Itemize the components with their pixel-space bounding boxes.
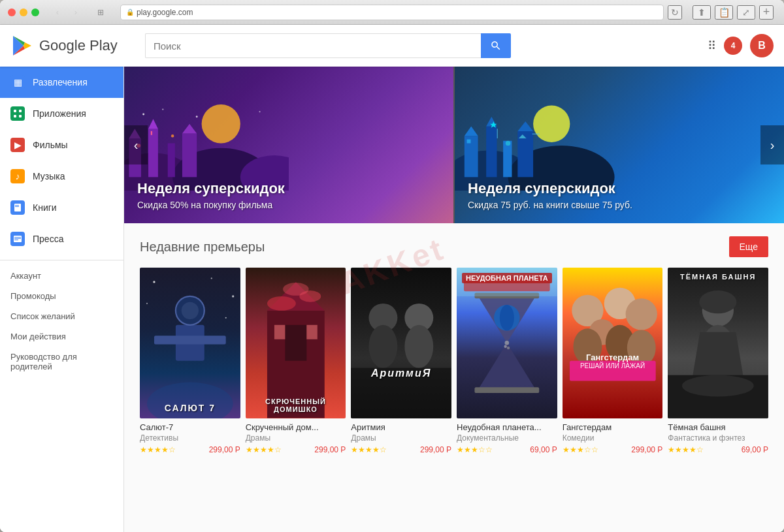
movie-price-4: 69,00 Р	[530, 445, 557, 454]
svg-rect-17	[148, 129, 158, 177]
movie-stars-5: ★★★☆☆	[563, 445, 598, 454]
reload-button[interactable]: ↻	[668, 5, 682, 20]
sidebar-link-parental[interactable]: Руководство для родителей	[0, 347, 123, 377]
minimize-button[interactable]	[20, 8, 27, 16]
search-button[interactable]	[481, 33, 511, 58]
google-play-logo-icon	[10, 34, 34, 57]
svg-marker-21	[182, 124, 197, 134]
banner-content-left: Неделя суперскидок Скидка 50% на покупку…	[137, 180, 440, 210]
movie-card-3[interactable]: АритмиЯ Аритмия Драмы ★★★★☆ 299,00 Р	[351, 268, 451, 454]
movie-card-2[interactable]: СКРЮЧЕННЫЙДОМИШКО Скрученный дом... Драм…	[246, 268, 346, 454]
banner-subtitle-2: Скидка 75 руб. на книги свыше 75 руб.	[468, 200, 771, 210]
movie-genre-6: Фантастика и фэнтез	[668, 433, 768, 443]
svg-rect-43	[497, 129, 497, 138]
sidebar-item-apps[interactable]: Приложения	[0, 98, 123, 129]
sidebar-apps-label: Приложения	[33, 108, 86, 119]
addressbar[interactable]: 🔒 play.google.com	[120, 5, 664, 20]
share-button[interactable]: ⬆	[693, 5, 711, 20]
sidebar-item-movies[interactable]: ▶ Фильмы	[0, 129, 123, 161]
poster-art-1	[140, 268, 240, 418]
svg-rect-32	[465, 136, 478, 177]
svg-point-60	[267, 296, 296, 311]
url-text: play.google.com	[137, 8, 193, 17]
svg-marker-18	[148, 119, 158, 129]
movie-price-2: 299,00 Р	[314, 445, 346, 454]
svg-point-90	[700, 290, 737, 313]
poster-overlay-2: СКРЮЧЕННЫЙДОМИШКО	[251, 398, 341, 413]
google-play-window: Google Play ⠿ 4 В	[0, 25, 784, 532]
sidebar-item-music[interactable]: ♪ Музыка	[0, 161, 123, 192]
movie-footer-5: ★★★☆☆ 299,00 Р	[563, 445, 663, 454]
sidebar-link-wishlist[interactable]: Список желаний	[0, 306, 123, 326]
movie-title-4: Неудобная планета...	[457, 422, 557, 432]
movie-footer-6: ★★★★☆ 69,00 Р	[668, 445, 768, 454]
banner-prev-button[interactable]: ‹	[124, 125, 148, 164]
notification-badge[interactable]: 4	[724, 37, 742, 55]
maximize-button[interactable]	[31, 8, 39, 16]
svg-point-11	[202, 104, 240, 143]
movies-icon: ▶	[10, 138, 25, 152]
poster-art-3	[351, 268, 451, 418]
movie-stars-2: ★★★★☆	[246, 445, 282, 454]
search-input[interactable]	[145, 33, 481, 58]
new-tab-button[interactable]: +	[759, 5, 774, 20]
svg-rect-9	[14, 238, 21, 239]
movie-card-1[interactable]: САЛЮТ 7 Салют-7 Детективы ★★★★☆ 299,00 Р	[140, 268, 240, 454]
close-button[interactable]	[8, 8, 16, 16]
bookmark-button[interactable]: 📋	[715, 5, 733, 20]
svg-point-51	[232, 295, 234, 297]
apps-grid-icon[interactable]: ⠿	[708, 39, 716, 53]
svg-point-64	[369, 325, 398, 368]
movie-stars-4: ★★★☆☆	[457, 445, 493, 454]
svg-rect-3	[19, 115, 22, 117]
movies-grid: САЛЮТ 7 Салют-7 Детективы ★★★★☆ 299,00 Р	[140, 268, 768, 454]
movie-card-6[interactable]: ТЁМНАЯ БАШНЯ Тёмная башня Фантастика и ф…	[668, 268, 768, 454]
svg-rect-4	[14, 204, 21, 211]
movie-footer-1: ★★★★☆ 299,00 Р	[140, 445, 240, 454]
svg-rect-58	[274, 325, 285, 339]
back-button[interactable]: ‹	[50, 6, 65, 19]
sidebar-link-account[interactable]: Аккаунт	[0, 266, 123, 286]
main-content: ? ⚙ ‹	[124, 67, 784, 532]
svg-point-27	[171, 134, 174, 137]
sidebar-item-press[interactable]: Пресса	[0, 223, 123, 255]
svg-point-62	[283, 283, 309, 296]
movie-poster-3: АритмиЯ	[351, 268, 451, 418]
section-header: Недавние премьеры Еще	[140, 236, 768, 257]
movie-footer-2: ★★★★☆ 299,00 Р	[246, 445, 346, 454]
movie-poster-5: Гангстердам РЕШАЙ ИЛИ ЛАЖАЙ	[563, 268, 663, 418]
fullscreen-button[interactable]: ⤢	[737, 5, 755, 20]
svg-rect-46	[154, 336, 226, 344]
svg-marker-38	[517, 121, 533, 131]
user-avatar[interactable]: В	[750, 34, 774, 57]
poster-art-6	[668, 268, 768, 418]
apps-icon	[10, 106, 25, 121]
movie-card-4[interactable]: НЕУДОБНАЯ ПЛАНЕТА Неудобная планета... Д…	[457, 268, 557, 454]
books-icon	[10, 200, 25, 215]
svg-rect-71	[474, 387, 539, 393]
more-button[interactable]: Еще	[729, 236, 769, 257]
poster-overlay-3: АритмиЯ	[356, 368, 446, 379]
svg-rect-34	[486, 126, 497, 177]
movie-genre-5: Комедии	[563, 433, 663, 443]
movie-card-5[interactable]: Гангстердам РЕШАЙ ИЛИ ЛАЖАЙ Гангстердам …	[563, 268, 663, 454]
gp-logo: Google Play	[10, 34, 135, 57]
svg-rect-59	[306, 325, 317, 339]
forward-button[interactable]: ›	[68, 6, 84, 19]
banner-subtitle-1: Скидка 50% на покупку фильма	[137, 200, 440, 210]
nav-buttons: ‹ ›	[50, 6, 84, 19]
sidebar-link-activity[interactable]: Мои действия	[0, 326, 123, 347]
svg-rect-36	[503, 141, 512, 178]
sidebar-movies-label: Фильмы	[33, 140, 68, 150]
sidebar-item-entertainment[interactable]: ▦ Развлечения	[0, 67, 123, 98]
poster-art-5	[563, 268, 663, 418]
svg-point-22	[142, 113, 144, 115]
movie-title-5: Гангстердам	[563, 422, 663, 432]
sidebar-link-promo[interactable]: Промокоды	[0, 286, 123, 306]
titlebar: ‹ › ⊞ 🔒 play.google.com ↻ ⬆ 📋 ⤢ +	[0, 0, 784, 25]
banner-next-button[interactable]: ›	[760, 125, 784, 164]
sidebar-item-books[interactable]: Книги	[0, 192, 123, 223]
movies-section: Недавние премьеры Еще	[124, 223, 784, 467]
svg-rect-6	[15, 206, 19, 207]
tab-layout-button[interactable]: ⊞	[91, 6, 110, 19]
